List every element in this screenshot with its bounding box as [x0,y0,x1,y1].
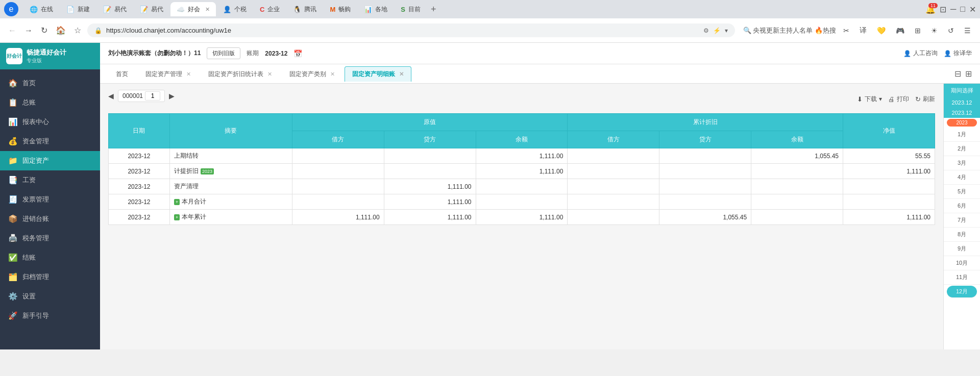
browser-tab-online[interactable]: 🌐 在线 [23,2,59,16]
cell-debit-orig [292,164,384,179]
download-btn[interactable]: ⬇ 下载 ▾ [857,95,882,104]
cell-balance-dep [751,164,843,179]
th-debit-dep: 借方 [568,131,659,148]
period-month-item[interactable]: 12月 [947,286,977,298]
period-month-item[interactable]: 9月 [944,242,980,256]
scissors-btn[interactable]: ✂ [840,24,852,37]
minimize-btn[interactable]: ─ [950,5,956,14]
cell-debit-dep [568,179,659,194]
period-month-item[interactable]: 1月 [944,128,980,142]
period-month-item[interactable]: 10月 [944,256,980,270]
bookmark-btn[interactable]: ☆ [72,23,83,37]
sidebar-item-purchase-sales[interactable]: 📦 进销台账 [0,209,100,229]
cell-summary: 资产清理 [169,179,292,194]
tab-close-fixed-assets-mgmt[interactable]: ✕ [186,71,191,78]
account-name: 刘小艳演示账套（勿删勿动！）11 [108,49,201,58]
period-month-item[interactable]: 8月 [944,228,980,242]
download-dropdown-icon[interactable]: ▾ [879,95,882,103]
print-btn[interactable]: 🖨 打印 [888,95,909,104]
cell-net-value: 1,111.00 [843,210,935,225]
restore-window-btn[interactable]: ⊡ [940,5,946,14]
next-page-btn[interactable]: ▶ [169,92,175,100]
browser-tab-muqian[interactable]: S 目前 [395,2,427,16]
expand-btn[interactable]: ⊞ [965,69,972,79]
browser-tab-qiye[interactable]: C 企业 [254,2,286,16]
tab-close-asset-ledger[interactable]: ✕ [399,71,404,78]
sidebar-item-payroll[interactable]: 📑 工资 [0,170,100,190]
sidebar-item-general-ledger[interactable]: 📋 总账 [0,93,100,112]
period-month-item[interactable]: 4月 [944,170,980,185]
sidebar-item-home[interactable]: 🏠 首页 [0,73,100,93]
game-btn[interactable]: 🎮 [893,24,908,37]
period-month-item[interactable]: 7月 [944,213,980,228]
period-month-item[interactable]: 5月 [944,185,980,199]
browser-tab-haohui[interactable]: ☁️ 好会 ✕ [170,2,216,16]
tab-close-haohui[interactable]: ✕ [205,6,210,13]
th-summary: 摘要 [169,114,292,148]
reload-btn[interactable]: ↻ [39,23,50,37]
brightness-btn[interactable]: ☀ [928,24,941,37]
tab-notifications-btn[interactable]: 🔔 11 [925,5,936,14]
refresh-btn[interactable]: ↻ 刷新 [915,95,935,104]
tab-label-fixed-assets-mgmt: 固定资产管理 [145,70,182,79]
period-month-item[interactable]: 3月 [944,156,980,170]
sidebar-item-guide[interactable]: 🚀 新手引导 [0,306,100,325]
sidebar-item-closing[interactable]: ✅ 结账 [0,248,100,267]
sidebar-item-settings[interactable]: ⚙️ 设置 [0,287,100,306]
maximize-btn[interactable]: □ [960,5,965,14]
wallet-btn[interactable]: 💛 [874,24,889,37]
calendar-icon[interactable]: 📅 [293,49,302,58]
url-input[interactable] [106,27,699,34]
forward-btn[interactable]: → [22,24,35,37]
dropdown-icon[interactable]: ▾ [725,27,728,34]
period-panel-header: 期间选择 [944,84,980,97]
page-tab-depreciation-stats[interactable]: 固定资产折旧统计表 ✕ [201,66,280,82]
sidebar-item-invoices[interactable]: 🧾 发票管理 [0,190,100,209]
restore-down-btn[interactable]: ⊟ [954,69,961,79]
period-month-item[interactable]: 2月 [944,142,980,156]
browser-tab-new[interactable]: 📄 新建 [60,2,96,16]
period-month-item[interactable]: 6月 [944,199,980,213]
address-bar[interactable]: 🔒 ⚙ ⚡ ▾ [87,23,735,37]
page-tab-asset-category[interactable]: 固定资产类别 ✕ [282,66,342,82]
period-selected-1[interactable]: 2023.12 [944,97,980,108]
tab-label-depreciation-stats: 固定资产折旧统计表 [208,70,263,79]
switch-version-btn[interactable]: 切到旧版 [207,47,240,59]
period-month-item[interactable]: 11月 [944,270,980,285]
sidebar-item-archive[interactable]: 🗂️ 归档管理 [0,267,100,287]
sidebar-item-funds[interactable]: 💰 资金管理 [0,132,100,151]
new-tab-button[interactable]: + [428,4,439,15]
browser-tab-chang[interactable]: M 畅购 [324,2,357,16]
page-input[interactable] [145,91,160,101]
close-btn[interactable]: ✕ [969,5,976,14]
prev-page-btn[interactable]: ◀ [108,92,114,100]
user-profile-btn[interactable]: 👤 徐译华 [944,49,972,58]
sidebar-item-reports[interactable]: 📊 报表中心 [0,112,100,132]
archive-icon: 🗂️ [8,272,17,282]
period-year-badge[interactable]: 2023 [947,119,977,127]
grid-btn[interactable]: ⊞ [912,24,924,37]
page-tab-fixed-assets-mgmt[interactable]: 固定资产管理 ✕ [138,66,199,82]
page-tab-home[interactable]: 首页 [108,66,136,82]
sidebar-item-fixed-assets[interactable]: 📁 固定资产 [0,151,100,170]
customer-service-btn[interactable]: 👤 人工咨询 [903,49,938,58]
period-selected-2[interactable]: 2023.12 [944,108,980,118]
translate-btn[interactable]: 译 [856,24,870,37]
cell-balance-orig: 1,111.00 [476,210,568,225]
tab-close-depreciation-stats[interactable]: ✕ [267,71,272,78]
back-btn[interactable]: ← [6,24,18,37]
browser-tab-tengxun[interactable]: 🐧 腾讯 [287,2,323,16]
browser-tab-yidai1[interactable]: 📝 易代 [97,2,133,16]
menu-btn[interactable]: ☰ [961,24,974,37]
page-tab-asset-ledger[interactable]: 固定资产明细账 ✕ [345,66,411,82]
tab-label-yidai1: 易代 [114,5,127,14]
history-btn[interactable]: ↺ [945,24,957,37]
home-btn[interactable]: 🏠 [54,23,68,37]
sidebar-item-tax[interactable]: 🖨️ 税务管理 [0,229,100,248]
browser-tab-geshui[interactable]: 👤 个税 [217,2,253,16]
browser-tab-gedi[interactable]: 📊 各地 [358,2,394,16]
browser-tab-yidai2[interactable]: 📝 易代 [134,2,169,16]
summary-text: 本月合计 [182,197,206,206]
cell-credit-orig [384,148,476,164]
tab-close-asset-category[interactable]: ✕ [330,71,335,78]
